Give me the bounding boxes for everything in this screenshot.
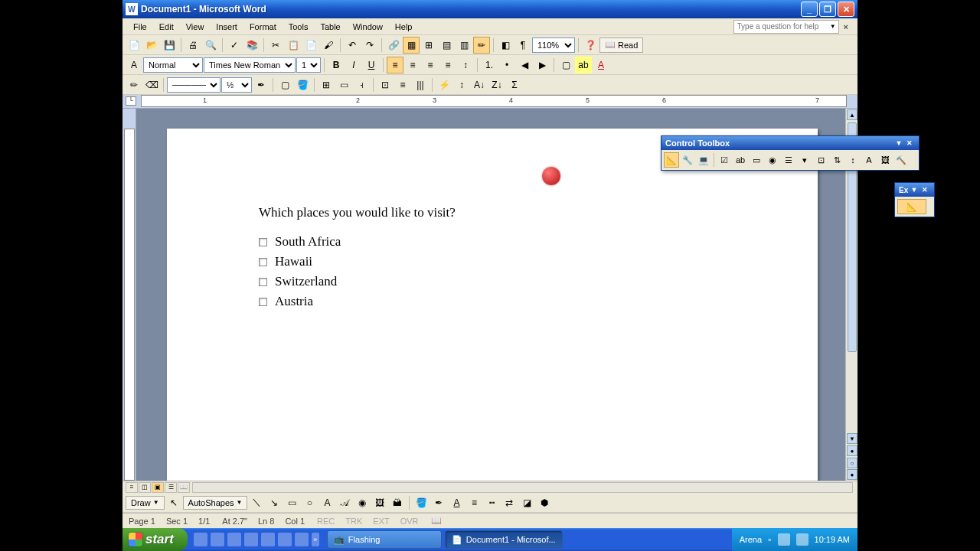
line-icon[interactable]: ＼ [248,494,265,511]
status-book-icon[interactable]: 📖 [431,516,442,526]
spellcheck-icon[interactable]: ✓ [226,37,243,54]
3d-icon[interactable]: ⬢ [536,494,553,511]
align-right-button[interactable]: ≡ [422,57,439,73]
tray-icon[interactable] [778,533,790,546]
ql-icon[interactable] [295,533,309,546]
design-mode-icon[interactable]: 📐 [664,152,679,168]
status-ext[interactable]: EXT [373,517,389,526]
select-objects-icon[interactable]: ↖ [165,494,182,511]
close-doc-button[interactable]: × [839,22,853,31]
help-search[interactable]: ▼ [733,20,839,34]
undo-icon[interactable]: ↶ [344,37,361,54]
help-dropdown-icon[interactable]: ▼ [828,23,838,30]
listbox-icon[interactable]: ☰ [781,152,796,168]
font-size-select[interactable]: 12 [296,57,321,73]
scroll-up-icon[interactable]: ▲ [847,109,858,120]
start-button[interactable]: start [122,528,188,551]
exit-design-close-icon[interactable]: ✕ [920,184,930,195]
vertical-ruler[interactable] [122,109,136,481]
checkbox-control[interactable] [259,298,267,306]
redo-icon[interactable]: ↷ [361,37,378,54]
control-toolbox-panel[interactable]: Control Toolbox ▼ ✕ 📐 🔧 💻 ☑ ab ▭ ◉ ☰ ▾ ⊡… [661,135,920,171]
autoshapes-menu[interactable]: AutoShapes▼ [183,496,248,510]
status-trk[interactable]: TRK [345,517,362,526]
label-icon[interactable]: A [861,152,877,168]
exit-design-titlebar[interactable]: Ex ▼ ✕ [895,183,934,197]
maximize-button[interactable]: ❐ [819,2,836,17]
print-layout-view-button[interactable]: ▣ [152,482,164,493]
tray-icon[interactable] [796,533,808,546]
menu-tools[interactable]: Tools [283,21,315,33]
read-button[interactable]: 📖Read [599,37,643,53]
numbering-button[interactable]: 1. [481,57,498,73]
align-center-button[interactable]: ≡ [404,57,421,73]
menu-window[interactable]: Window [347,21,389,33]
exit-design-options-icon[interactable]: ▼ [909,184,920,195]
decrease-indent-button[interactable]: ◀ [516,57,533,73]
checkbox-control[interactable] [259,238,267,246]
toolbox-close-icon[interactable]: ✕ [904,138,915,148]
ql-icon[interactable] [278,533,292,546]
research-icon[interactable]: 📚 [243,37,260,54]
autoformat-button[interactable]: ⚡ [436,77,452,93]
menu-edit[interactable]: Edit [153,21,180,33]
scroll-down-icon[interactable]: ▼ [847,433,858,444]
hyperlink-icon[interactable]: 🔗 [385,37,402,54]
show-hide-icon[interactable]: ¶ [514,37,531,54]
close-button[interactable]: ✕ [838,2,854,17]
reading-view-button[interactable]: 📖 [178,482,190,493]
drawing-icon[interactable]: ✏ [473,37,490,54]
draw-table-icon[interactable]: ✏ [126,77,142,93]
insert-table-button[interactable]: ⊞ [318,77,335,93]
textbox-icon[interactable]: ab [733,152,748,168]
copy-icon[interactable]: 📋 [285,37,302,54]
shadow-icon[interactable]: ◪ [518,494,535,511]
new-icon[interactable]: 📄 [126,37,142,54]
paste-icon[interactable]: 📄 [302,37,319,54]
view-code-icon[interactable]: 💻 [696,152,711,168]
spin-icon[interactable]: ⇅ [829,152,844,168]
bold-button[interactable]: B [328,57,345,73]
exit-design-mode-icon[interactable]: 📐 [897,199,926,214]
properties-icon[interactable]: 🔧 [680,152,695,168]
minimize-button[interactable]: _ [801,2,818,17]
exit-design-panel[interactable]: Ex ▼ ✕ 📐 [894,182,935,217]
combobox-icon[interactable]: ▾ [797,152,812,168]
line-style-select[interactable]: ─────── [167,77,220,93]
font-select[interactable]: Times New Roman [204,57,296,73]
toggle-icon[interactable]: ⊡ [813,152,828,168]
checkbox-control[interactable] [259,278,267,286]
image-icon[interactable]: 🖼 [877,152,893,168]
line-weight-select[interactable]: ½ [221,77,252,93]
style-select[interactable]: Normal [143,57,203,73]
align-cell-button[interactable]: ⊡ [377,77,394,93]
outside-border-button[interactable]: ▢ [276,77,293,93]
status-ovr[interactable]: OVR [400,517,419,526]
eraser-icon[interactable]: ⌫ [143,77,160,93]
ql-icon[interactable] [244,533,258,546]
ql-icon[interactable] [194,533,207,546]
picture-icon[interactable]: 🏔 [389,494,406,511]
checkbox-icon[interactable]: ☑ [717,152,732,168]
sort-asc-button[interactable]: A↓ [471,77,488,93]
help-icon[interactable]: ❓ [582,37,599,54]
outline-view-button[interactable]: ☰ [165,482,177,493]
justify-button[interactable]: ≡ [439,57,456,73]
diagram-icon[interactable]: ◉ [354,494,371,511]
horizontal-scrollbar[interactable] [192,482,853,493]
font-color-button[interactable]: A [593,57,609,73]
browse-prev-icon[interactable]: ● [847,445,858,456]
status-rec[interactable]: REC [317,517,335,526]
print-icon[interactable]: 🖨 [185,37,201,54]
taskbar-item-document1[interactable]: 📄Document1 - Microsof... [445,530,563,549]
font-color-draw-icon[interactable]: A [448,494,465,511]
web-view-button[interactable]: ◫ [139,482,151,493]
line-style-icon[interactable]: ≡ [466,494,482,511]
distribute-rows-button[interactable]: ≡ [394,77,411,93]
sort-desc-button[interactable]: Z↓ [488,77,505,93]
help-input[interactable] [734,22,828,31]
menu-file[interactable]: File [127,21,153,33]
merge-cells-button[interactable]: ▭ [335,77,352,93]
align-left-button[interactable]: ≡ [387,57,403,73]
menu-view[interactable]: View [180,21,211,33]
